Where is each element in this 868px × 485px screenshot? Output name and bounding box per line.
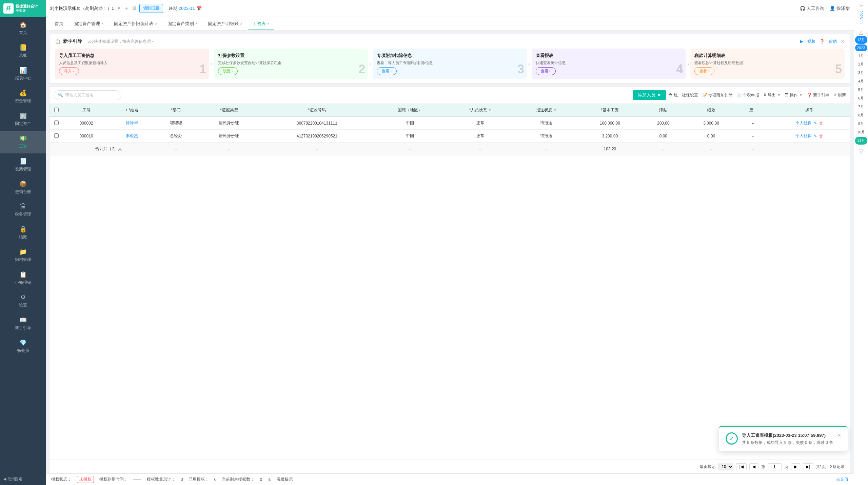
op-social-1[interactable]: 个人社保 (795, 133, 812, 139)
notif-close-btn[interactable]: × (838, 432, 841, 439)
month-2月[interactable]: 2月 (855, 60, 867, 68)
sidebar-item-tax[interactable]: 🏛税务管理 (0, 199, 46, 221)
month-5月[interactable]: 5月 (855, 86, 867, 94)
sidebar-item-payroll[interactable]: 💵工资 (0, 131, 46, 153)
op-social-0[interactable]: 个人社保 (795, 120, 812, 126)
tab-fixed-category[interactable]: 固定资产类别× (163, 18, 202, 30)
cancel-fixed-btn[interactable]: ◀ 取消固定 (0, 473, 46, 485)
sidebar-item-expense[interactable]: 📋小畅报销 (0, 267, 46, 290)
page-input[interactable] (768, 463, 782, 470)
user-avatar[interactable]: 👤 徐泽华 (830, 5, 850, 12)
prev-page-btn[interactable]: ◀ (749, 463, 758, 470)
guide-help-link[interactable]: ❓ 帮助 (820, 39, 837, 44)
tab-depreciation[interactable]: 固定资产折旧统计表× (109, 18, 162, 30)
close-icon: 🔒 (19, 225, 27, 233)
month-3月[interactable]: 3月 (855, 69, 867, 77)
calendar-icon[interactable]: 📅 (196, 6, 202, 11)
sidebar-item-ledger[interactable]: 📒总账 (0, 40, 46, 62)
tab-close-fixed-assets[interactable]: × (101, 21, 104, 26)
guide-close-btn[interactable]: ✕ (841, 39, 845, 44)
toolbar-refresh-btn[interactable]: ↺ 刷新 (833, 92, 846, 98)
tab-label-depreciation: 固定资产折旧统计表 (114, 21, 154, 27)
tab-close-depreciation[interactable]: × (155, 21, 157, 26)
toolbar-tax-report-btn[interactable]: 🧾 个税申报 (737, 92, 759, 98)
first-page-btn[interactable]: |◀ (736, 463, 746, 470)
archive-icon: 📁 (19, 248, 27, 256)
select-all-checkbox[interactable] (54, 108, 59, 112)
tab-home[interactable]: 首页 (50, 18, 68, 30)
panel-scroll-up-icon[interactable]: △ (859, 29, 863, 35)
panel-toggle-btn[interactable]: ≫ (859, 3, 864, 8)
sidebar-item-purchase-sales[interactable]: 📦进销台账 (0, 176, 46, 199)
toolbar-special-deduction-btn[interactable]: 📝 专项附加扣除 (702, 92, 733, 98)
per-page-select[interactable]: 10 20 50 (718, 463, 733, 470)
guide-step-1: 导入员工工资信息 人员信息及工资数据新增导入 导入 › 1 (55, 49, 209, 79)
guide-video-link[interactable]: ▶ 视频 (800, 39, 815, 44)
tab-fixed-assets[interactable]: 固定资产管理× (69, 18, 108, 30)
step-btn-2[interactable]: 设置 › (218, 67, 238, 75)
month-1月[interactable]: 1月 (855, 52, 867, 60)
sidebar-item-invoicing[interactable]: 🧾发票管理 (0, 153, 46, 176)
tab-close-fixed-category[interactable]: × (195, 21, 198, 26)
switch-version-btn[interactable]: 切到旧版 (139, 4, 163, 13)
toolbar-guide-btn[interactable]: ❓ 新手引导 (807, 92, 829, 98)
op-edit-icon-1[interactable]: ✎ (814, 134, 817, 138)
row-checkbox-0[interactable] (54, 120, 59, 125)
month-2023[interactable]: 2023 (855, 44, 867, 51)
step-btn-1[interactable]: 导入 › (59, 67, 79, 75)
sidebar-item-home[interactable]: 🏠首页 (0, 17, 46, 40)
sidebar-item-member[interactable]: 💎畅会员 (0, 335, 46, 358)
search-input-wrap[interactable]: 🔍 请输入员工姓名 (54, 90, 121, 100)
toolbar-export-btn[interactable]: ⬇ 导出▼ (763, 92, 781, 98)
sidebar-nav: 🏠首页📒总账📊报表中心💰资金管理🏢固定资产💵工资🧾发票管理📦进销台账🏛税务管理🔒… (0, 17, 46, 473)
settings-icon[interactable]: ⚙ (132, 5, 137, 12)
last-page-btn[interactable]: ▶| (803, 463, 813, 470)
dropdown-icon[interactable]: ▼ (117, 6, 121, 11)
month-12月[interactable]: 12月 (855, 36, 867, 44)
sidebar-item-archive[interactable]: 📁归档管理 (0, 244, 46, 267)
expire-value: —— (133, 477, 141, 482)
sidebar-item-funds[interactable]: 💰资金管理 (0, 85, 46, 108)
period-value[interactable]: 2023-11 (179, 6, 195, 11)
tab-fixed-detail[interactable]: 固定资产明细账× (203, 18, 247, 30)
tab-close-payroll[interactable]: × (267, 21, 270, 26)
guide-banner: 📋 新手引导 5步快速完成设置，快去完善信息吧～ ▶ 视频 ❓ 帮助 ✕ (49, 34, 850, 83)
op-delete-icon-1[interactable]: 🗑 (819, 134, 823, 138)
toolbar-operation-btn[interactable]: ☰ 操作▼ (785, 92, 803, 98)
used-label: 已用授权： (189, 477, 209, 482)
panel-scroll-down-icon[interactable]: ▽ (859, 148, 863, 154)
step-btn-5[interactable]: 查看 › (694, 67, 714, 75)
add-employee-btn[interactable]: 添加人员 ▼ (633, 90, 666, 100)
sidebar-item-reports[interactable]: 📊报表中心 (0, 62, 46, 85)
tab-payroll[interactable]: 工资表× (248, 18, 274, 30)
op-edit-icon-0[interactable]: ✎ (814, 121, 817, 126)
month-10月[interactable]: 10月 (855, 128, 867, 136)
toolbar-social-insurance-btn[interactable]: ⛑ 统一社保设置 (669, 92, 698, 98)
month-8月[interactable]: 8月 (855, 111, 867, 119)
sidebar-item-new-guide[interactable]: 📖新手引导 (0, 312, 46, 335)
month-9月[interactable]: 9月 (855, 120, 867, 128)
toolbar-refresh-icon: ↺ (833, 93, 837, 97)
month-4月[interactable]: 4月 (855, 77, 867, 85)
step-btn-3[interactable]: 查看 › (377, 67, 397, 75)
month-11月[interactable]: 11月 (855, 137, 867, 145)
ai-service-btn[interactable]: 🎧 人工咨询 (800, 5, 824, 12)
used-count: 0 (214, 477, 217, 482)
add-account-btn[interactable]: ＋ (124, 5, 129, 12)
sidebar-item-close[interactable]: 🔒结账 (0, 221, 46, 244)
payroll-icon: 💵 (19, 135, 27, 142)
month-7月[interactable]: 7月 (855, 103, 867, 111)
toolbar: 🔍 请输入员工姓名 添加人员 ▼ ⛑ 统一社保设置📝 专项附加扣除🧾 个税申报⬇… (49, 86, 850, 104)
row-checkbox-1[interactable] (54, 133, 59, 138)
op-delete-icon-0[interactable]: 🗑 (819, 121, 823, 126)
toolbar-social-insurance-label: 统一社保设置 (674, 92, 698, 98)
next-page-btn[interactable]: ▶ (791, 463, 800, 470)
step-btn-4[interactable]: 查看 › (536, 67, 556, 75)
sidebar-item-fixed-assets[interactable]: 🏢固定资产 (0, 108, 46, 131)
recharge-link[interactable]: 去充值 (836, 477, 848, 482)
month-6月[interactable]: 6月 (855, 94, 867, 102)
sidebar-item-settings[interactable]: ⚙设置 (0, 290, 46, 312)
col-check[interactable] (50, 104, 63, 117)
tab-close-fixed-detail[interactable]: × (240, 21, 242, 26)
remain-label: 当前剩余授权数： (222, 477, 254, 482)
